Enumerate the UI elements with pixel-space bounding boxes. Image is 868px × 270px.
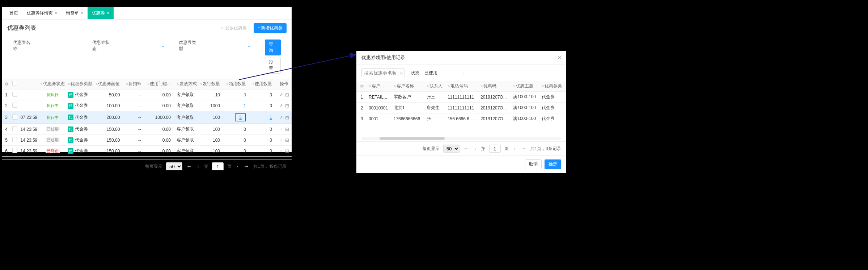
filter-type-select[interactable] [202,41,250,50]
issue-coupon-button[interactable]: ⊕ 发放优惠券 [216,23,251,33]
tab[interactable]: 销货单× [62,7,88,19]
modal-status-value[interactable]: 已使用 [424,70,437,76]
prev-page-button[interactable]: ‹ [196,164,200,169]
pager: 每页显示 50 ⇤ ‹ 第 页 › ⇥ 共1页，49条记录 [2,159,292,173]
table-row[interactable]: 2执行中代代金券100.00--0.00客户领取100010↗⊞ [2,100,292,111]
col-discount[interactable]: 折扣% [124,79,145,90]
tab[interactable]: 优惠券× [88,7,114,19]
tab-bar: 首页优惠券详情页×销货单×优惠券× [2,7,292,20]
col-status[interactable]: 优惠券状态 [39,79,66,90]
tab[interactable]: 优惠券详情页× [22,7,62,19]
row-checkbox[interactable] [12,137,17,142]
table-row[interactable]: 714 23:59待发布代代金券150.00--0.00客户领取10000↗⊞ [2,157,292,159]
per-page-select[interactable]: 50 [166,162,182,170]
add-coupon-button[interactable]: +新增优惠券 [254,23,287,33]
modal-title: 优惠券领用/使用记录 [361,54,405,61]
row-checkbox[interactable] [12,92,17,97]
modal-status-label: 状态 [411,70,419,76]
qrcode-icon[interactable]: ⊞ [285,115,289,120]
close-icon[interactable]: × [81,11,83,15]
cancel-button[interactable]: 取消 [525,159,542,169]
table-row[interactable]: 3000117666666666张156 6666 6...20191207O.… [356,113,566,124]
chevron-down-icon[interactable] [462,71,465,75]
col-issue-qty[interactable]: 发行数量 [198,79,224,90]
qrcode-icon[interactable]: ⊞ [285,137,289,143]
share-icon[interactable]: ↗ [279,115,283,120]
modal-page-input[interactable] [489,145,501,153]
row-checkbox[interactable] [12,115,17,120]
filter-status-select[interactable] [116,41,164,50]
qrcode-icon[interactable]: ⊞ [285,126,289,132]
col-cust-no[interactable]: 客户... [367,81,392,92]
col-type[interactable]: 优惠券类型 [66,79,94,90]
col-cust-name[interactable]: 客户名称 [392,81,425,92]
gear-icon[interactable] [4,82,8,87]
chevron-down-icon [161,44,164,48]
tab-label: 首页 [9,10,18,16]
filter-bar: 优惠券名称 优惠券状态 优惠券类型 查询 设置 [2,37,292,79]
qrcode-icon[interactable]: ⊞ [285,103,289,108]
share-icon[interactable]: ↗ [279,92,283,97]
col-contact[interactable]: 联系人 [425,81,446,92]
row-checkbox[interactable] [12,148,17,153]
col-threshold[interactable]: 使用门槛... [145,79,175,90]
modal-per-page-select[interactable]: 50 [443,145,460,153]
status-badge: 已终止 [46,148,60,153]
issue-coupon-label: 发放优惠券 [225,25,247,30]
modal-next-page[interactable]: › [512,146,517,151]
col-type[interactable]: 优惠券类 [540,81,566,92]
close-icon[interactable]: × [558,54,561,61]
col-claim-qty[interactable]: 领用数量 [224,79,250,90]
table-row[interactable]: 1待执行代代金券50.00--0.00客户领取1000↗⊞ [2,90,292,100]
gear-icon[interactable] [360,84,364,89]
use-qty-link[interactable]: 1 [270,115,272,120]
close-icon[interactable]: × [107,11,109,15]
type-badge-icon: 代 [68,103,73,109]
modal-first-page[interactable]: ⇤ [463,146,470,151]
next-page-button[interactable]: › [235,164,240,169]
claim-qty-link[interactable]: 0 [244,92,246,97]
query-button[interactable]: 查询 [265,40,281,55]
modal-search-input[interactable] [361,68,405,77]
last-page-button[interactable]: ⇥ [243,164,250,169]
table-row[interactable]: 414 23:59已过期代代金券150.00--0.00客户领取10000↗⊞ [2,124,292,135]
search-icon[interactable]: ⌕ [400,70,403,75]
col-face[interactable]: 优惠券面值 [94,79,124,90]
modal-last-page[interactable]: ⇥ [520,146,527,151]
table-row[interactable]: 514 23:59已过期代代金券150.00--0.00客户领取10000↗⊞ [2,135,292,146]
type-badge-icon: 代 [68,92,73,98]
table-row[interactable]: 200010001北京1唐先生1111111111120191207O...满1… [356,103,566,113]
page-input[interactable] [212,162,224,170]
qrcode-icon[interactable]: ⊞ [285,92,289,97]
select-all-checkbox[interactable] [12,81,17,86]
table-row[interactable]: 1RETAIL...零散客户张三1111111111120191207O...满… [356,92,566,103]
table-row[interactable]: 307 23:59执行中代代金券200.00--1000.00客户领取10031… [2,111,292,124]
modal-pager-summary: 共1页，3条记录 [530,146,561,152]
qrcode-icon[interactable]: ⊞ [285,148,289,154]
modal-prev-page[interactable]: ‹ [473,146,478,151]
settings-button[interactable]: 设置 [265,58,281,74]
share-icon: ↗ [279,126,283,132]
row-checkbox[interactable] [12,126,17,131]
filter-name-input[interactable] [34,41,78,50]
first-page-button[interactable]: ⇤ [186,164,192,169]
confirm-button[interactable]: 确定 [545,159,561,169]
col-use-qty[interactable]: 使用数量 [250,79,276,90]
col-phone[interactable]: 电话号码 [446,81,479,92]
table-row[interactable]: 614 23:59已终止代代金券150.00--0.00客户领取10000↗⊞ [2,146,292,157]
filter-status-label: 优惠券状态 [92,40,113,52]
claim-qty-highlight[interactable]: 3 [235,113,246,121]
share-icon[interactable]: ↗ [279,103,283,108]
share-icon: ↗ [279,148,283,154]
col-code[interactable]: 优惠码 [479,81,512,92]
row-checkbox[interactable] [12,103,17,108]
status-badge: 已过期 [46,137,60,142]
row-checkbox[interactable] [12,159,17,159]
horizontal-scrollbar[interactable] [361,137,561,140]
col-method[interactable]: 发放方式 [175,79,198,90]
tab[interactable]: 首页 [5,7,22,19]
col-subject[interactable]: 优惠主题 [512,81,540,92]
claim-qty-link[interactable]: 1 [244,103,246,108]
close-icon[interactable]: × [55,11,57,15]
tab-label: 销货单 [66,10,79,16]
